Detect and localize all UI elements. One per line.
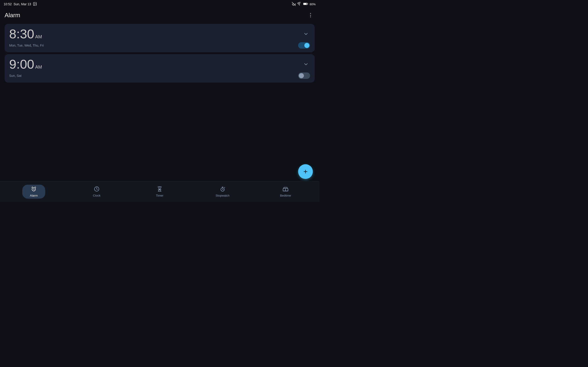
alarm-time-value-2: 9:00 [9,58,34,71]
alarm-toggle-2[interactable] [298,73,310,79]
alarm-top-2: 9:00 AM [9,58,310,71]
timer-icon [157,186,163,193]
svg-line-9 [35,187,36,187]
toggle-knob-2 [299,73,304,78]
status-bar: 10:52 Sun, Mar 13 [0,0,319,8]
alarm-toggle-1[interactable] [298,42,310,49]
alarm-expand-button-1[interactable] [302,30,310,38]
status-time: 10:52 [4,2,12,6]
bottom-navigation: Alarm Clock Timer [0,181,319,202]
battery-percentage: 80% [310,2,316,6]
tab-bedtime[interactable]: Bedtime [274,185,297,199]
toggle-knob-1 [304,43,309,48]
alarm-days-2: Sun, Sat [9,74,22,77]
svg-point-1 [34,3,35,3]
tab-clock[interactable]: Clock [85,185,108,199]
status-right: 80% [292,2,316,7]
app-header: Alarm ⋮ [0,8,319,22]
tab-stopwatch[interactable]: Stopwatch [211,185,234,199]
stopwatch-icon [220,186,225,193]
alarm-expand-button-2[interactable] [302,60,310,68]
alarm-bottom-1: Mon, Tue, Wed, Thu, Fri [9,42,310,49]
add-icon: + [303,168,308,175]
alarm-ampm-2: AM [35,65,42,70]
alarm-bottom-2: Sun, Sat [9,73,310,79]
svg-line-15 [225,187,225,188]
add-alarm-button[interactable]: + [298,164,313,179]
alarm-time-value-1: 8:30 [9,27,34,40]
overflow-menu-button[interactable]: ⋮ [306,11,315,19]
tab-stopwatch-label: Stopwatch [216,194,230,197]
svg-rect-5 [307,3,308,4]
bedtime-icon [283,186,288,193]
alarm-days-1: Mon, Tue, Wed, Thu, Fri [9,44,44,47]
tab-alarm[interactable]: Alarm [22,185,45,199]
wifi-icon [297,2,302,6]
battery-icon [303,2,308,6]
tab-clock-label: Clock [93,194,101,197]
alarm-ampm-1: AM [35,34,42,40]
status-left: 10:52 Sun, Mar 13 [4,2,37,7]
svg-rect-6 [304,3,307,4]
alarm-time-display-1: 8:30 AM [9,27,42,40]
main-content: 8:30 AM Mon, Tue, Wed, Thu, Fri 9:00 AM [0,22,319,86]
status-date: Sun, Mar 13 [14,2,31,6]
alarm-icon [31,186,37,193]
svg-point-3 [299,5,300,6]
clock-icon [94,186,100,193]
alarm-card-1[interactable]: 8:30 AM Mon, Tue, Wed, Thu, Fri [5,24,315,52]
gallery-icon [33,2,37,7]
alarm-time-display-2: 9:00 AM [9,58,42,71]
mute-icon [292,2,296,7]
tab-timer[interactable]: Timer [148,185,171,199]
alarm-card-2[interactable]: 9:00 AM Sun, Sat [5,54,315,83]
svg-line-8 [32,187,32,187]
tab-timer-label: Timer [156,194,164,197]
page-title: Alarm [5,12,20,19]
alarm-top-1: 8:30 AM [9,27,310,40]
tab-alarm-label: Alarm [30,194,38,197]
three-dots-icon: ⋮ [308,12,313,18]
tab-bedtime-label: Bedtime [280,194,291,197]
